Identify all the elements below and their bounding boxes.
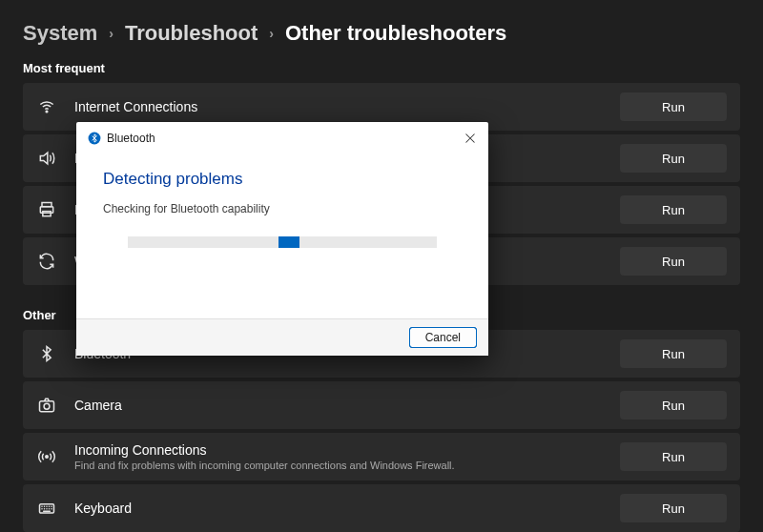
keyboard-icon — [36, 498, 57, 519]
item-label: Keyboard — [74, 501, 620, 516]
svg-point-6 — [46, 456, 49, 459]
speaker-icon — [36, 148, 57, 169]
close-button[interactable] — [462, 130, 479, 147]
dialog-heading: Detecting problems — [103, 170, 462, 189]
breadcrumb-troubleshoot[interactable]: Troubleshoot — [125, 21, 258, 46]
wifi-icon — [36, 96, 57, 117]
run-button[interactable]: Run — [620, 391, 727, 419]
dialog-titlebar: Bluetooth — [76, 122, 488, 151]
breadcrumb-system[interactable]: System — [23, 21, 97, 46]
svg-rect-3 — [43, 212, 51, 216]
run-button[interactable]: Run — [620, 247, 727, 276]
list-other: Bluetooth Run Camera Run Incoming Connec… — [0, 330, 763, 532]
dialog-app-title: Bluetooth — [107, 132, 155, 145]
bluetooth-icon — [36, 343, 57, 364]
troubleshooter-dialog: Bluetooth Detecting problems Checking fo… — [76, 122, 488, 356]
run-button[interactable]: Run — [620, 144, 727, 173]
list-item[interactable]: Keyboard Run — [23, 484, 740, 532]
item-label: Camera — [74, 398, 620, 413]
camera-icon — [36, 395, 57, 416]
item-label: Incoming Connections — [74, 442, 620, 458]
list-item[interactable]: Camera Run — [23, 381, 740, 429]
run-button[interactable]: Run — [620, 442, 727, 471]
breadcrumb: System › Troubleshoot › Other troublesho… — [0, 0, 763, 53]
run-button[interactable]: Run — [620, 92, 727, 121]
section-heading-frequent: Most frequent — [0, 53, 763, 83]
run-button[interactable]: Run — [620, 494, 727, 522]
progress-bar — [128, 236, 437, 248]
signal-icon — [36, 446, 57, 467]
chevron-right-icon: › — [109, 26, 113, 41]
run-button[interactable]: Run — [620, 195, 727, 224]
progress-indicator — [278, 236, 299, 248]
bluetooth-icon — [88, 132, 101, 145]
item-label: Internet Connections — [74, 99, 620, 114]
item-sublabel: Find and fix problems with incoming comp… — [74, 460, 620, 471]
chevron-right-icon: › — [269, 26, 274, 41]
page-title: Other troubleshooters — [285, 21, 506, 46]
dialog-status-text: Checking for Bluetooth capability — [103, 202, 462, 215]
sync-icon — [36, 251, 57, 272]
svg-point-0 — [46, 111, 48, 113]
cancel-button[interactable]: Cancel — [409, 327, 477, 348]
dialog-footer: Cancel — [76, 318, 488, 356]
svg-point-5 — [44, 403, 50, 409]
run-button[interactable]: Run — [620, 339, 727, 368]
svg-rect-4 — [40, 401, 54, 412]
printer-icon — [36, 199, 57, 220]
list-item[interactable]: Incoming Connections Find and fix proble… — [23, 433, 740, 481]
